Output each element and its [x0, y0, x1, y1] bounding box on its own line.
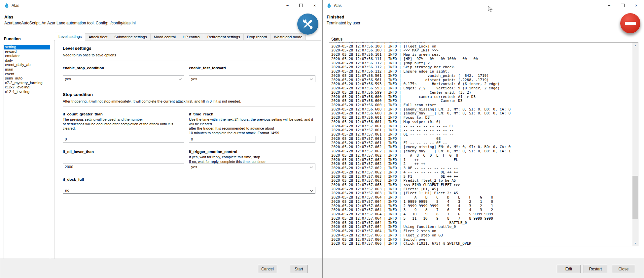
status-window: Alas − × Finished Terminated by user Sta… — [322, 0, 644, 278]
page-title: Alas — [4, 15, 13, 19]
run-status-subtitle: Terminated by user — [327, 21, 360, 25]
status-label: Status — [331, 37, 342, 42]
field-description: If yes, wait for reply, complete this ti… — [189, 155, 315, 160]
log-viewport: 2020-05-28 12:07:56.100 | INFO | fleet_l… — [329, 43, 632, 246]
close-icon: × — [635, 3, 638, 8]
field-description: The previous setting will be used, and t… — [63, 117, 184, 122]
selected-value: no — [65, 188, 69, 192]
close-icon: × — [313, 3, 316, 8]
field-label: if_trigger_emotion_control — [189, 150, 315, 154]
minimize-button[interactable]: − — [281, 0, 294, 11]
close-button[interactable]: × — [629, 0, 643, 11]
status-footer: Edit Restart Close — [323, 259, 644, 278]
status-header: Finished Terminated by user — [323, 11, 644, 33]
stopped-badge — [620, 13, 640, 33]
selected-value: yes — [191, 77, 197, 81]
log-text: 2020-05-28 12:07:56.100 | INFO | fleet_l… — [331, 43, 632, 246]
screen: Alas − × Alas AzurLaneAutoScript, An Azu… — [0, 0, 644, 278]
field-description: will be cleared — [189, 122, 315, 127]
field-description: If no, wait for reply, complete this tim… — [189, 160, 315, 164]
enable-stop-condition-select[interactable]: yes — [63, 76, 184, 82]
restart-button[interactable]: Restart — [584, 265, 607, 273]
minimize-button[interactable]: − — [602, 0, 616, 11]
close-button[interactable]: × — [308, 0, 321, 11]
wrench-screwdriver-icon — [302, 18, 314, 30]
sidebar-item-reward[interactable]: reward — [4, 49, 50, 54]
sidebar-item-daily[interactable]: daily — [4, 58, 50, 63]
field-label: if_time_reach — [189, 112, 315, 116]
config-footer: Cancel Start — [0, 259, 322, 278]
section-note: After triggering, it will not stop immed… — [63, 99, 315, 103]
tab-attack-fleet[interactable]: Attack fleet — [85, 33, 111, 40]
sidebar-item-main[interactable]: main — [4, 67, 50, 72]
no-entry-icon — [625, 22, 636, 25]
sidebar-item-c7-2-mystery-farming[interactable]: c7-2_mystery_farming — [4, 81, 50, 85]
tab-submarine-settings[interactable]: Submarine settings — [111, 33, 150, 40]
start-button[interactable]: Start — [290, 265, 308, 273]
field-description: Use the time within the next 24 hours, t… — [189, 117, 315, 122]
settings-tabbar: Level settings Attack fleet Submarine se… — [55, 33, 306, 40]
sidebar-item-setting[interactable]: setting — [4, 45, 50, 49]
tab-level-settings[interactable]: Level settings — [55, 33, 85, 41]
section-title: Level settings — [63, 46, 315, 51]
titlebar[interactable]: Alas − × — [323, 0, 644, 11]
close-run-button[interactable]: Close — [612, 265, 635, 273]
tab-hp-control[interactable]: HP control — [179, 33, 204, 40]
tab-retirement-settings[interactable]: Retirement settings — [204, 33, 244, 40]
scroll-down-icon[interactable]: ▼ — [632, 240, 638, 246]
enable-fast-forward-select[interactable]: yes — [189, 76, 315, 82]
field-label: enable_fast_forward — [189, 66, 315, 70]
field-description: 10 minutes to complete the current attac… — [189, 131, 315, 136]
edit-button[interactable]: Edit — [557, 265, 581, 273]
sidebar-item-c12-4-leveling[interactable]: c12-4_leveling — [4, 90, 50, 94]
chevron-down-icon — [179, 77, 182, 80]
cancel-button[interactable]: Cancel — [258, 265, 277, 273]
scrollbar-thumb[interactable] — [632, 176, 638, 219]
field-label: if_oil_lower_than — [63, 150, 184, 154]
maximize-icon — [299, 4, 303, 7]
section-note: Need to run once to save options — [63, 53, 315, 57]
field-label: enable_stop_condition — [63, 66, 184, 70]
alas-app-icon — [326, 3, 332, 8]
divider — [63, 106, 315, 107]
sidebar-item-semi-auto[interactable]: semi_auto — [4, 76, 50, 81]
alas-app-icon — [4, 3, 10, 8]
field-label: if_dock_full — [63, 177, 315, 181]
status-log: 2020-05-28 12:07:56.100 | INFO | fleet_l… — [329, 42, 638, 246]
run-status-title: Finished — [327, 15, 344, 19]
window-title: Alas — [12, 3, 19, 8]
minimize-icon: − — [608, 3, 611, 8]
section-title: Stop condition — [63, 92, 315, 97]
config-window: Alas − × Alas AzurLaneAutoScript, An Azu… — [0, 0, 322, 278]
log-scrollbar[interactable]: ▲ ▼ — [632, 43, 638, 246]
tab-mood-control[interactable]: Mood control — [151, 33, 179, 40]
chevron-down-icon — [310, 189, 313, 192]
maximize-button[interactable] — [616, 0, 629, 11]
chevron-down-icon — [310, 166, 313, 168]
sidebar-item-c12-2-leveling[interactable]: c12-2_leveling — [4, 85, 50, 90]
minimize-icon: − — [286, 3, 289, 8]
window-title: Alas — [334, 3, 341, 8]
if-oil-lower-than-input[interactable] — [63, 164, 184, 170]
page-subtitle: AzurLaneAutoScript, An Azur Lane automat… — [4, 21, 136, 25]
config-header: Alas AzurLaneAutoScript, An Azur Lane au… — [0, 11, 322, 33]
divider — [63, 60, 315, 60]
selected-value: yes — [191, 165, 197, 169]
function-listbox: setting reward emulator daily event_dail… — [4, 44, 50, 259]
titlebar[interactable]: Alas − × — [0, 0, 322, 11]
mouse-cursor — [488, 6, 493, 13]
tab-drop-record[interactable]: Drop record — [244, 33, 271, 40]
field-description: of deductions will be deducted after com… — [63, 122, 184, 131]
sidebar-item-emulator[interactable]: emulator — [4, 54, 50, 58]
sidebar-item-event-daily-ab[interactable]: event_daily_ab — [4, 63, 50, 67]
scroll-up-icon[interactable]: ▲ — [632, 43, 638, 48]
if-trigger-emotion-control-select[interactable]: yes — [189, 164, 315, 170]
maximize-icon — [621, 4, 625, 7]
maximize-button[interactable] — [294, 0, 308, 11]
sidebar-item-event[interactable]: event — [4, 72, 50, 77]
field-label: if_count_greater_than — [63, 112, 184, 116]
if-count-greater-than-input[interactable] — [63, 136, 184, 142]
if-dock-full-select[interactable]: no — [63, 187, 315, 194]
tab-wasteland-mode[interactable]: Wasteland mode — [270, 33, 306, 40]
if-time-reach-input[interactable] — [189, 136, 315, 142]
